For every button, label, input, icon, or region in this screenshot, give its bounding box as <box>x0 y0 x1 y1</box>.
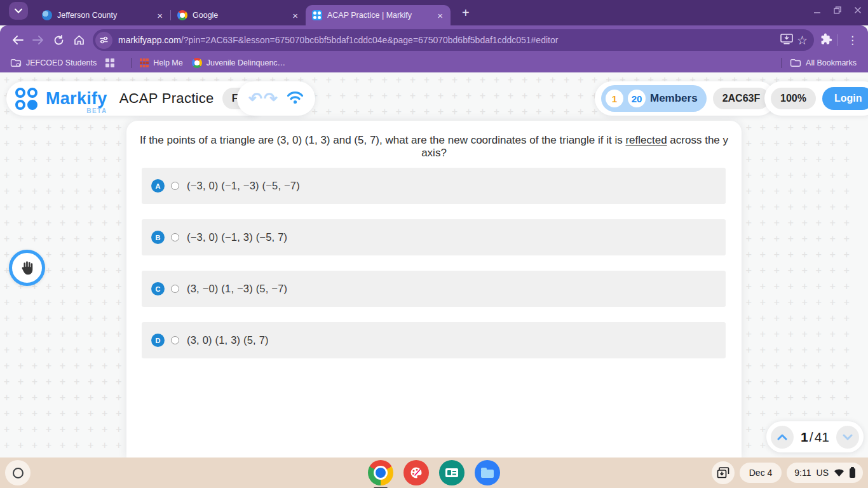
option-letter-badge: B <box>151 231 165 244</box>
option-text: (3, −0) (1, −3) (5, −7) <box>187 283 287 295</box>
option-text: (−3, 0) (−1, 3) (−5, 7) <box>187 231 287 243</box>
connection-wifi-icon <box>287 91 304 107</box>
status-tray[interactable]: 9:11 US <box>787 463 863 483</box>
tab-title: Google <box>193 11 285 20</box>
reload-button[interactable] <box>48 30 69 50</box>
redo-icon[interactable]: ↷ <box>264 90 278 107</box>
site-settings-icon[interactable] <box>95 32 112 49</box>
bookmarks-divider <box>781 58 782 68</box>
answer-option-a[interactable]: A (−3, 0) (−1, −3) (−5, −7) <box>142 168 726 204</box>
install-app-icon[interactable] <box>780 34 793 47</box>
palette-icon <box>409 466 423 480</box>
question-card: If the points of a triangle are (3, 0) (… <box>126 121 742 458</box>
tab-close-icon[interactable]: × <box>154 10 165 21</box>
files-app-icon[interactable] <box>475 460 500 485</box>
browser-menu-icon[interactable]: ⋮ <box>843 34 862 47</box>
zoom-level[interactable]: 100% <box>771 88 816 109</box>
tab-google[interactable]: Google × <box>171 5 306 25</box>
markify-favicon <box>312 10 322 20</box>
option-radio-button[interactable] <box>171 233 179 241</box>
members-label: Members <box>650 92 698 105</box>
chevron-up-icon <box>777 434 787 440</box>
extensions-icon[interactable] <box>820 33 832 48</box>
back-button[interactable] <box>8 30 28 50</box>
url-text[interactable]: markifyapp.com/?pin=2AC63F&lesson=675070… <box>118 35 780 45</box>
hands-raised-count: 1 <box>606 90 623 107</box>
page-content: ++++++++++++++++++++++++++++++++++++++++… <box>0 72 868 458</box>
clock: 9:11 <box>794 468 811 478</box>
close-window-button[interactable] <box>854 6 862 15</box>
tab-title: Jefferson County <box>57 11 149 20</box>
option-letter-badge: C <box>151 282 165 295</box>
google-favicon <box>177 10 187 20</box>
new-tab-button[interactable]: + <box>458 6 473 20</box>
board-icon <box>445 468 458 477</box>
brand-name: Markify <box>46 89 107 108</box>
answer-option-c[interactable]: C (3, −0) (1, −3) (5, −7) <box>142 271 726 307</box>
question-text: If the points of a triangle are (3, 0) (… <box>126 121 742 159</box>
tab-close-icon[interactable]: × <box>435 10 445 21</box>
minimize-button[interactable] <box>813 6 821 15</box>
home-button[interactable] <box>69 30 89 50</box>
bookmark-jefcoed-students[interactable]: JEFCOED Students <box>10 58 97 67</box>
bookmarks-divider <box>131 58 132 68</box>
bookmark-help-me[interactable]: Help Me <box>140 58 183 67</box>
screen-capture-icon <box>717 467 729 478</box>
launcher-icon <box>13 468 24 478</box>
answer-option-b[interactable]: B (−3, 0) (−1, 3) (−5, 7) <box>142 219 726 255</box>
option-letter-badge: A <box>151 179 165 193</box>
app-header-left: Markify BETA ACAP Practice File <box>6 81 266 116</box>
help-me-favicon <box>140 58 149 67</box>
classroom-app-icon[interactable] <box>439 460 465 485</box>
bookmark-juvenile-delinquency[interactable]: Juvenile Delinquenc… <box>192 58 285 68</box>
option-text: (3, 0) (1, 3) (5, 7) <box>187 334 269 346</box>
folder-icon <box>481 470 494 478</box>
room-code[interactable]: 2AC63F <box>713 88 770 109</box>
previous-page-button[interactable] <box>771 426 794 449</box>
tab-search-button[interactable] <box>9 2 28 20</box>
page-navigator: 1/41 <box>766 421 864 452</box>
google-favicon <box>192 58 202 68</box>
tab-acap-practice-active[interactable]: ACAP Practice | Markify × <box>306 5 451 25</box>
chrome-app-icon[interactable] <box>368 460 393 485</box>
tab-close-icon[interactable]: × <box>290 10 301 21</box>
apps-shortcut-icon[interactable] <box>105 58 114 67</box>
date-display[interactable]: Dec 4 <box>740 463 782 483</box>
forward-button[interactable] <box>28 30 48 50</box>
option-radio-button[interactable] <box>171 336 179 344</box>
app-header-members: 1 20 Members 2AC63F <box>595 81 776 116</box>
screen-capture-button[interactable] <box>712 461 735 484</box>
answer-option-d[interactable]: D (3, 0) (1, 3) (5, 7) <box>142 322 726 358</box>
question-underlined-word: reflected <box>625 134 667 146</box>
restore-button[interactable] <box>834 6 841 15</box>
wifi-status-icon <box>834 468 844 477</box>
option-radio-button[interactable] <box>171 285 179 293</box>
bookmark-star-icon[interactable]: ☆ <box>797 34 808 46</box>
next-page-button[interactable] <box>836 426 859 449</box>
toolbar-divider <box>837 34 838 46</box>
browser-tab-strip: Jefferson County × Google × ACAP Practic… <box>0 0 868 25</box>
canvas-app-icon[interactable] <box>403 460 429 485</box>
option-radio-button[interactable] <box>171 182 179 190</box>
login-button[interactable]: Login <box>822 87 868 110</box>
launcher-button[interactable] <box>5 460 31 485</box>
option-letter-badge: D <box>151 334 165 347</box>
raise-hand-button[interactable] <box>9 250 45 286</box>
system-shelf: Dec 4 9:11 US <box>0 458 868 488</box>
lesson-title: ACAP Practice <box>119 90 214 107</box>
app-header-right: 100% Login <box>764 81 868 116</box>
managed-folder-icon <box>10 58 22 67</box>
members-pill[interactable]: 1 20 Members <box>601 85 707 112</box>
chevron-down-icon <box>843 434 853 440</box>
markify-logo <box>15 88 37 110</box>
all-bookmarks-button[interactable]: All Bookmarks <box>790 58 857 67</box>
undo-icon[interactable]: ↶ <box>248 90 262 107</box>
browser-toolbar: markifyapp.com/?pin=2AC63F&lesson=675070… <box>0 25 868 55</box>
chevron-down-icon <box>15 8 22 13</box>
address-bar[interactable]: markifyapp.com/?pin=2AC63F&lesson=675070… <box>93 29 814 51</box>
tab-jefferson-county[interactable]: Jefferson County × <box>36 5 170 25</box>
raised-hand-icon <box>18 259 36 277</box>
tab-title: ACAP Practice | Markify <box>327 11 430 20</box>
keyboard-locale: US <box>817 468 829 478</box>
members-count: 20 <box>628 90 646 107</box>
